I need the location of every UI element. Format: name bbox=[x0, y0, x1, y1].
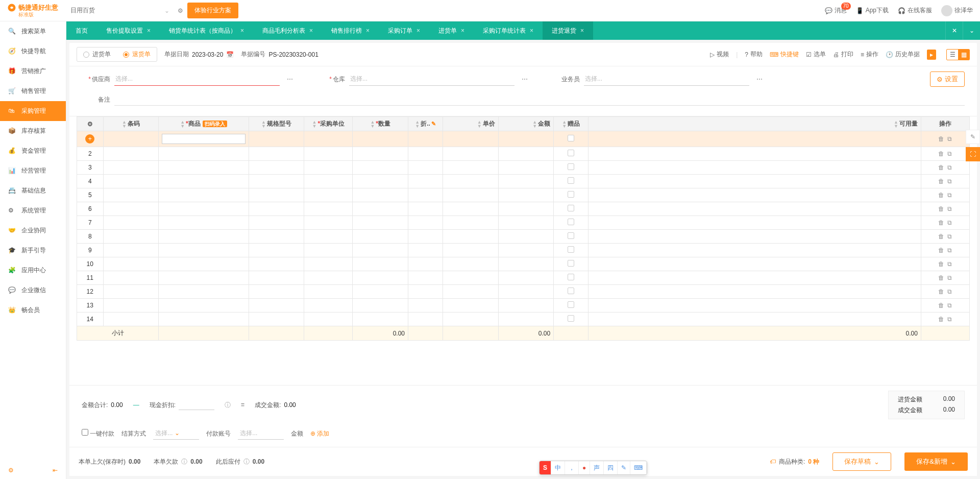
operations-link[interactable]: ≡ 操作 bbox=[861, 50, 878, 59]
tab-close-icon[interactable]: × bbox=[309, 27, 313, 34]
save-draft-button[interactable]: 保存草稿 ⌄ bbox=[832, 452, 891, 471]
table-row[interactable]: 13🗑⧉ bbox=[77, 299, 970, 313]
delete-row-icon[interactable]: 🗑 bbox=[938, 274, 944, 281]
table-row[interactable]: 3🗑⧉ bbox=[77, 161, 970, 175]
copy-row-icon[interactable]: ⧉ bbox=[947, 233, 952, 240]
copy-row-icon[interactable]: ⧉ bbox=[947, 178, 952, 185]
gift-checkbox[interactable] bbox=[568, 191, 574, 198]
gift-checkbox[interactable] bbox=[568, 163, 574, 170]
ime-item-4[interactable]: 四 bbox=[604, 461, 618, 474]
info-icon[interactable]: ⓘ bbox=[181, 458, 187, 466]
help-icon[interactable]: ⓘ bbox=[225, 401, 231, 410]
col-config[interactable]: ⚙ bbox=[77, 117, 104, 131]
tabs-more[interactable]: ⌄ bbox=[963, 21, 980, 40]
col-spec[interactable]: ▲▼规格型号 bbox=[249, 117, 304, 131]
warehouse-select[interactable]: 选择... bbox=[349, 73, 514, 86]
supplier-select[interactable]: 选择... bbox=[114, 73, 280, 86]
sidebar-item-11[interactable]: 🎓新手引导 bbox=[0, 241, 66, 260]
delete-row-icon[interactable]: 🗑 bbox=[938, 302, 944, 309]
delete-row-icon[interactable]: 🗑 bbox=[938, 288, 944, 295]
table-row[interactable]: +🗑⧉ bbox=[77, 131, 970, 147]
ime-item-2[interactable]: ● bbox=[579, 461, 590, 474]
gift-checkbox[interactable] bbox=[568, 301, 574, 308]
settings-button[interactable]: ⚙ 设置 bbox=[930, 71, 965, 87]
delete-row-icon[interactable]: 🗑 bbox=[938, 260, 944, 268]
gift-checkbox[interactable] bbox=[568, 315, 574, 322]
table-row[interactable]: 14🗑⧉ bbox=[77, 313, 970, 326]
delete-row-icon[interactable]: 🗑 bbox=[938, 247, 944, 254]
salesperson-more-icon[interactable]: ⋯ bbox=[753, 76, 766, 83]
pay-method-select[interactable]: 选择... ⌄ bbox=[153, 427, 199, 440]
copy-row-icon[interactable]: ⧉ bbox=[947, 191, 952, 199]
sidebar-item-3[interactable]: 🛒销售管理 bbox=[0, 81, 66, 101]
experience-plan-button[interactable]: 体验行业方案 bbox=[187, 3, 238, 18]
delete-row-icon[interactable]: 🗑 bbox=[938, 191, 944, 199]
view-grid-icon[interactable]: ▦ bbox=[958, 50, 969, 60]
add-payment-link[interactable]: ⊕ 添加 bbox=[310, 429, 329, 438]
supplier-more-icon[interactable]: ⋯ bbox=[284, 76, 296, 83]
ime-toolbar[interactable]: S 中，●声四✎⌨ bbox=[539, 461, 647, 475]
col-gift[interactable]: ▲▼赠品 bbox=[554, 117, 589, 131]
table-row[interactable]: 6🗑⧉ bbox=[77, 202, 970, 216]
scan-tag[interactable]: 扫码录入 bbox=[203, 121, 227, 127]
warehouse-more-icon[interactable]: ⋯ bbox=[519, 76, 531, 83]
table-row[interactable]: 12🗑⧉ bbox=[77, 285, 970, 299]
add-row-button[interactable]: + bbox=[85, 134, 94, 143]
tab-2[interactable]: 销货单统计表（按商品）× bbox=[160, 21, 253, 40]
ime-item-6[interactable]: ⌨ bbox=[630, 461, 647, 474]
messages-link[interactable]: 💬 消息 70 bbox=[825, 6, 847, 15]
save-new-button[interactable]: 保存&新增 ⌄ bbox=[904, 452, 968, 471]
view-list-icon[interactable]: ☰ bbox=[947, 50, 958, 60]
tab-6[interactable]: 进货单× bbox=[429, 21, 474, 40]
gift-checkbox[interactable] bbox=[568, 150, 574, 156]
delete-row-icon[interactable]: 🗑 bbox=[938, 150, 944, 157]
video-link[interactable]: ▷ 视频 bbox=[710, 50, 729, 59]
one-key-pay-checkbox[interactable] bbox=[82, 429, 88, 436]
gift-checkbox[interactable] bbox=[568, 260, 574, 267]
col-unit[interactable]: ▲▼*采购单位 bbox=[304, 117, 353, 131]
copy-row-icon[interactable]: ⧉ bbox=[947, 288, 952, 295]
tab-close-icon[interactable]: × bbox=[580, 27, 584, 34]
sidebar-item-8[interactable]: 📇基础信息 bbox=[0, 181, 66, 201]
table-row[interactable]: 7🗑⧉ bbox=[77, 216, 970, 230]
tab-0[interactable]: 首页 bbox=[66, 21, 97, 40]
salesperson-select[interactable]: 选择... bbox=[584, 73, 749, 86]
tab-5[interactable]: 采购订单× bbox=[379, 21, 429, 40]
table-row[interactable]: 8🗑⧉ bbox=[77, 230, 970, 244]
ime-item-3[interactable]: 声 bbox=[590, 461, 604, 474]
app-download-link[interactable]: 📱 App下载 bbox=[856, 6, 889, 15]
gift-checkbox[interactable] bbox=[568, 135, 574, 141]
edit-icon[interactable]: ✎ bbox=[431, 121, 436, 127]
col-product[interactable]: ▲▼*商品扫码录入 bbox=[159, 117, 249, 131]
table-row[interactable]: 2🗑⧉ bbox=[77, 147, 970, 161]
tab-3[interactable]: 商品毛利分析表× bbox=[253, 21, 322, 40]
print-link[interactable]: 🖨 打印 bbox=[833, 50, 853, 59]
copy-row-icon[interactable]: ⧉ bbox=[947, 247, 952, 254]
select-bill-link[interactable]: ☑ 选单 bbox=[806, 50, 826, 59]
doc-date-value[interactable]: 2023-03-20 bbox=[192, 51, 223, 58]
ime-item-0[interactable]: 中 bbox=[551, 461, 565, 474]
tab-8[interactable]: 进货退货× bbox=[543, 21, 593, 40]
tab-1[interactable]: 售价提取设置× bbox=[97, 21, 160, 40]
ime-item-5[interactable]: ✎ bbox=[618, 461, 630, 474]
ime-logo-icon[interactable]: S bbox=[540, 461, 551, 474]
sidebar-item-0[interactable]: 🔍搜索菜单 bbox=[0, 21, 66, 41]
info-icon[interactable]: ⓘ bbox=[243, 458, 250, 466]
calendar-icon[interactable]: 📅 bbox=[226, 51, 234, 58]
delete-row-icon[interactable]: 🗑 bbox=[938, 233, 944, 240]
delete-row-icon[interactable]: 🗑 bbox=[938, 135, 944, 142]
category-select[interactable]: 日用百货 ⌄ bbox=[66, 4, 174, 17]
tab-close-icon[interactable]: × bbox=[147, 27, 151, 34]
copy-row-icon[interactable]: ⧉ bbox=[947, 164, 952, 171]
support-link[interactable]: 🎧 在线客服 bbox=[898, 6, 932, 15]
gift-checkbox[interactable] bbox=[568, 288, 574, 294]
remark-input[interactable] bbox=[114, 94, 965, 106]
copy-row-icon[interactable]: ⧉ bbox=[947, 150, 952, 157]
one-key-pay[interactable]: 一键付款 bbox=[82, 429, 114, 438]
copy-row-icon[interactable]: ⧉ bbox=[947, 205, 952, 212]
col-discount[interactable]: ▲▼折..✎ bbox=[408, 117, 443, 131]
col-avail[interactable]: ▲▼可用量 bbox=[589, 117, 921, 131]
sidebar-item-9[interactable]: ⚙系统管理 bbox=[0, 201, 66, 221]
table-row[interactable]: 5🗑⧉ bbox=[77, 188, 970, 202]
tab-7[interactable]: 采购订单统计表× bbox=[474, 21, 543, 40]
